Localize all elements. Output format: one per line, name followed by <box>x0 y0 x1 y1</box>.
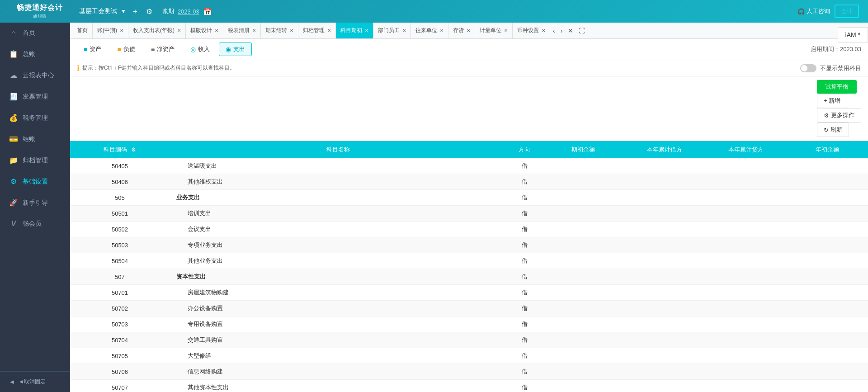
tab-expand-icon[interactable]: ⛶ <box>576 27 588 34</box>
tab-close-contacts[interactable]: ✕ <box>440 28 443 33</box>
tab-home[interactable]: 首页 <box>72 23 93 38</box>
tab-close-subject[interactable]: ✕ <box>365 28 368 33</box>
table-row[interactable]: 50504 其他业务支出 借 <box>70 253 868 269</box>
pin-icon: ◄ <box>9 378 15 385</box>
tab-close-unit[interactable]: ✕ <box>504 28 508 33</box>
tab-nav-right[interactable]: › <box>558 27 566 34</box>
cell-ytd-credit <box>705 301 787 316</box>
cell-name: 会议支出 <box>170 222 506 237</box>
add-btn[interactable]: + 新增 <box>817 94 847 108</box>
tab-annual-report[interactable]: 收入支出表(年报) ✕ <box>128 23 186 38</box>
sidebar-item-member[interactable]: V 畅会员 <box>0 213 70 234</box>
sidebar-item-reports[interactable]: ☁ 云报表中心 <box>0 65 70 86</box>
table-row[interactable]: 50501 培训支出 借 <box>70 206 868 222</box>
cell-code: 50707 <box>70 380 170 392</box>
cell-ytd-credit <box>705 348 787 364</box>
tab-close-template[interactable]: ✕ <box>215 28 218 33</box>
sidebar-item-ledger[interactable]: 📋 总账 <box>0 43 70 65</box>
col-settings-icon[interactable]: ⚙ <box>131 146 136 153</box>
cell-code: 507 <box>70 269 170 285</box>
table-row[interactable]: 50705 大型修缮 借 <box>70 348 868 364</box>
table-wrapper[interactable]: 科目编码 ⚙ 科目名称 方向 期初余额 本年累计借方 本年累计贷方 年初余额 5… <box>70 141 868 392</box>
tab-department[interactable]: 部门员工 ✕ <box>373 23 411 38</box>
sub-tab-net-asset[interactable]: ≡ 净资产 <box>144 43 181 56</box>
tab-close-all[interactable]: ✕ <box>565 27 576 34</box>
info-warning-icon: ℹ <box>77 64 80 72</box>
cell-year-initial <box>787 316 868 332</box>
tab-unit[interactable]: 计量单位 ✕ <box>475 23 513 38</box>
table-row[interactable]: 50701 房屋建筑物购建 借 <box>70 285 868 301</box>
sidebar-item-archive[interactable]: 📁 归档管理 <box>0 150 70 171</box>
cell-initial-balance <box>542 253 624 269</box>
net-asset-icon: ≡ <box>151 46 155 53</box>
settings-icon[interactable]: ⚙ <box>146 7 152 16</box>
tab-subject-initial[interactable]: 科目期初 ✕ <box>336 23 373 38</box>
tab-nav-left[interactable]: ‹ <box>550 27 558 34</box>
table-row[interactable]: 507 资本性支出 借 <box>70 269 868 285</box>
sidebar-item-tax[interactable]: 💰 税务管理 <box>0 107 70 128</box>
period-value[interactable]: 2023-03 <box>178 8 199 15</box>
table-row[interactable]: 50406 其他维权支出 借 <box>70 174 868 190</box>
tab-close-tax[interactable]: ✕ <box>252 28 256 33</box>
accountant-btn[interactable]: 会计 <box>835 5 859 18</box>
cell-ytd-credit <box>705 380 787 392</box>
company-dropdown-icon[interactable]: ▼ <box>121 8 126 14</box>
tab-tax-table[interactable]: 税表清册 ✕ <box>223 23 261 38</box>
table-row[interactable]: 50703 专用设备购置 借 <box>70 316 868 332</box>
sidebar-pin-toggle[interactable]: ◄ ◄取消固定 <box>0 371 70 392</box>
table-row[interactable]: 50706 信息网络购建 借 <box>70 364 868 380</box>
sidebar: ⌂ 首页 📋 总账 ☁ 云报表中心 🧾 发票管理 💰 税务管理 💳 结账 📁 归… <box>0 23 70 392</box>
cell-direction: 借 <box>506 237 542 253</box>
cell-initial-balance <box>542 222 624 237</box>
tab-contacts[interactable]: 往来单位 ✕ <box>411 23 448 38</box>
sub-tab-expense[interactable]: ◉ 支出 <box>219 43 252 56</box>
tab-period-report[interactable]: 账(中期) ✕ <box>93 23 128 38</box>
sidebar-item-guide[interactable]: 🚀 新手引导 <box>0 192 70 213</box>
tab-close-archive[interactable]: ✕ <box>327 28 331 33</box>
sidebar-item-close[interactable]: 💳 结账 <box>0 128 70 150</box>
table-row[interactable]: 50704 交通工具购置 借 <box>70 332 868 348</box>
headset-icon: 🎧 <box>797 8 805 15</box>
sidebar-item-settings[interactable]: ⚙ 基础设置 <box>0 171 70 192</box>
cell-ytd-credit <box>705 174 787 190</box>
table-row[interactable]: 50502 会议支出 借 <box>70 222 868 237</box>
more-btn[interactable]: ⚙ 更多操作 <box>817 108 861 123</box>
refresh-btn[interactable]: ↻ 刷新 <box>817 123 849 137</box>
sidebar-item-invoice[interactable]: 🧾 发票管理 <box>0 86 70 107</box>
table-row[interactable]: 50702 办公设备购置 借 <box>70 301 868 316</box>
cell-initial-balance <box>542 348 624 364</box>
table-row[interactable]: 505 业务支出 借 <box>70 190 868 206</box>
iam-badge[interactable]: iAM * <box>838 27 868 43</box>
add-company-icon[interactable]: ＋ <box>132 7 139 16</box>
sub-tab-income[interactable]: ◎ 收入 <box>184 43 217 56</box>
tab-template[interactable]: 模版设计 ✕ <box>186 23 223 38</box>
cell-ytd-debit <box>624 316 705 332</box>
table-row[interactable]: 50707 其他资本性支出 借 <box>70 380 868 392</box>
table-row[interactable]: 50503 专项业务支出 借 <box>70 237 868 253</box>
cell-ytd-credit <box>705 332 787 348</box>
col-code: 科目编码 ⚙ <box>70 141 170 158</box>
tab-close-period[interactable]: ✕ <box>120 28 123 33</box>
tab-close-inventory[interactable]: ✕ <box>467 28 470 33</box>
tab-archive[interactable]: 归档管理 ✕ <box>298 23 336 38</box>
calendar-icon[interactable]: 📅 <box>203 7 212 16</box>
cell-code: 50706 <box>70 364 170 380</box>
customer-service-btn[interactable]: 🎧 人工咨询 <box>797 7 830 15</box>
cell-initial-balance <box>542 285 624 301</box>
sidebar-item-home[interactable]: ⌂ 首页 <box>0 23 70 43</box>
sub-tab-liability[interactable]: ■ 负债 <box>110 43 142 56</box>
tab-currency[interactable]: 币种设置 ✕ <box>513 23 550 38</box>
tab-close-annual[interactable]: ✕ <box>177 28 181 33</box>
tab-close-currency[interactable]: ✕ <box>542 28 545 33</box>
tab-close-transfer[interactable]: ✕ <box>290 28 293 33</box>
tab-close-dept[interactable]: ✕ <box>402 28 406 33</box>
app-title: 畅捷通好会计 <box>17 3 63 13</box>
balance-btn[interactable]: 试算平衡 <box>817 80 857 94</box>
sub-tab-asset[interactable]: ■ 资产 <box>77 43 108 56</box>
table-row[interactable]: 50405 送温暖支出 借 <box>70 158 868 174</box>
tab-inventory[interactable]: 存货 ✕ <box>448 23 475 38</box>
sub-tab-bar: ■ 资产 ■ 负债 ≡ 净资产 ◎ 收入 ◉ 支出 启用期间：2023.03 <box>70 39 868 60</box>
disable-toggle[interactable] <box>800 64 816 72</box>
col-name: 科目名称 <box>170 141 506 158</box>
tab-period-transfer[interactable]: 期末结转 ✕ <box>261 23 298 38</box>
